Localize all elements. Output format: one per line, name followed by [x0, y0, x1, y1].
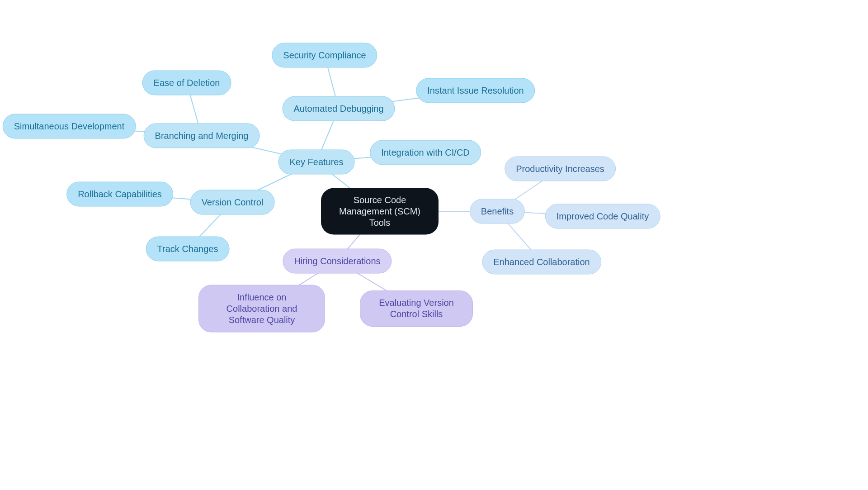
node-label: Track Changes	[157, 243, 218, 255]
node-productivity-increases[interactable]: Productivity Increases	[505, 157, 616, 181]
node-label: Simultaneous Development	[14, 121, 125, 132]
node-key-features[interactable]: Key Features	[278, 150, 355, 175]
root-label: Source Code Management (SCM) Tools	[332, 195, 428, 228]
node-label: Instant Issue Resolution	[427, 85, 524, 96]
node-benefits[interactable]: Benefits	[470, 199, 525, 224]
node-ease-deletion[interactable]: Ease of Deletion	[142, 71, 231, 95]
node-label: Branching and Merging	[155, 130, 249, 142]
mindmap-canvas: Source Code Management (SCM) Tools Key F…	[0, 0, 868, 490]
node-branching-merging[interactable]: Branching and Merging	[144, 124, 260, 148]
node-version-control[interactable]: Version Control	[190, 190, 275, 215]
node-instant-issue-resolution[interactable]: Instant Issue Resolution	[416, 78, 535, 103]
node-label: Benefits	[481, 206, 514, 217]
node-label: Automated Debugging	[293, 103, 383, 114]
node-automated-debugging[interactable]: Automated Debugging	[282, 96, 395, 121]
node-evaluating-version-control-skills[interactable]: Evaluating Version Control Skills	[360, 290, 473, 327]
node-label: Integration with CI/CD	[381, 147, 470, 158]
node-label: Ease of Deletion	[154, 77, 220, 89]
node-label: Version Control	[202, 197, 264, 208]
node-simultaneous-dev[interactable]: Simultaneous Development	[3, 114, 136, 139]
node-label: Rollback Capabilities	[78, 189, 162, 200]
node-label: Evaluating Version Control Skills	[371, 297, 462, 320]
node-influence-collab-quality[interactable]: Influence on Collaboration and Software …	[198, 285, 325, 333]
node-label: Productivity Increases	[516, 163, 604, 175]
node-track-changes[interactable]: Track Changes	[146, 237, 230, 262]
node-label: Enhanced Collaboration	[493, 257, 590, 268]
node-label: Key Features	[290, 157, 344, 168]
node-improved-code-quality[interactable]: Improved Code Quality	[545, 204, 660, 229]
node-label: Influence on Collaboration and Software …	[210, 292, 314, 326]
node-rollback-capabilities[interactable]: Rollback Capabilities	[66, 182, 173, 207]
root-node[interactable]: Source Code Management (SCM) Tools	[321, 188, 439, 235]
node-enhanced-collaboration[interactable]: Enhanced Collaboration	[482, 250, 601, 275]
node-security-compliance[interactable]: Security Compliance	[272, 43, 377, 68]
node-label: Security Compliance	[283, 50, 366, 61]
edge-layer	[0, 0, 868, 490]
node-label: Hiring Considerations	[294, 256, 380, 267]
node-hiring-considerations[interactable]: Hiring Considerations	[283, 249, 392, 274]
node-label: Improved Code Quality	[557, 211, 649, 222]
node-integration-cicd[interactable]: Integration with CI/CD	[370, 140, 481, 165]
